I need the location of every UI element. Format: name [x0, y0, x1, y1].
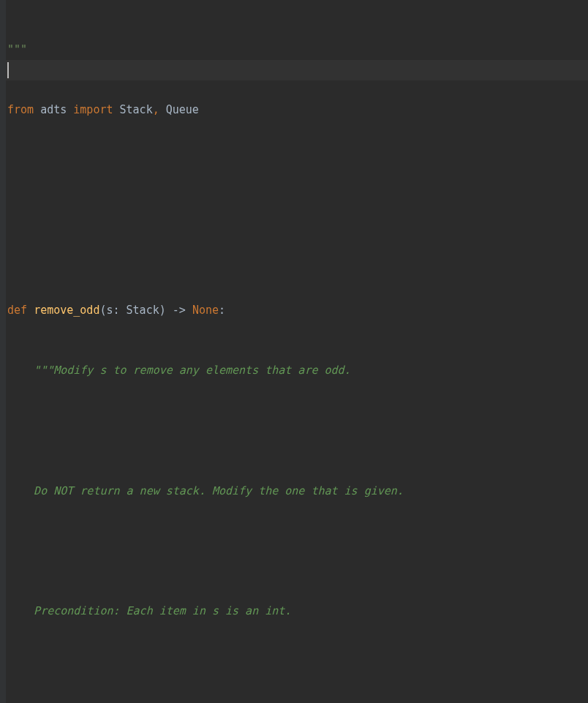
code-line-blank[interactable]	[7, 541, 588, 561]
docstring: Do NOT return a new stack. Modify the on…	[7, 481, 404, 501]
code-line-blank[interactable]	[7, 421, 588, 440]
space	[27, 301, 34, 320]
docstring: Precondition: Each item in s is an int.	[7, 601, 291, 621]
none-type: None	[192, 301, 219, 320]
code-line-blank[interactable]	[7, 661, 588, 681]
comma: ,	[153, 100, 159, 120]
text-cursor	[7, 62, 9, 78]
colon: :	[219, 301, 225, 320]
docstring-close: """	[7, 40, 27, 60]
keyword-import: import	[73, 100, 113, 120]
code-line[interactable]: """Modify s to remove any elements that …	[7, 361, 588, 380]
code-line[interactable]: def remove_odd(s: Stack) -> None:	[7, 301, 588, 320]
import-name: Queue	[159, 100, 199, 120]
arrow: ) ->	[159, 301, 192, 320]
code-line[interactable]: """	[7, 40, 588, 60]
code-editor[interactable]: """ from adts import Stack, Queue def re…	[0, 0, 588, 703]
function-name: remove_odd	[34, 301, 99, 320]
docstring: """Modify s to remove any elements that …	[7, 361, 351, 380]
module-name: adts	[34, 100, 73, 120]
code-line-blank[interactable]	[7, 241, 588, 260]
code-line[interactable]: Do NOT return a new stack. Modify the on…	[7, 481, 588, 501]
current-line[interactable]	[6, 60, 588, 80]
import-name: Stack	[113, 100, 153, 120]
parameter: s: Stack	[106, 301, 159, 320]
code-line[interactable]: from adts import Stack, Queue	[7, 100, 588, 120]
code-line[interactable]: Precondition: Each item in s is an int.	[7, 601, 588, 621]
keyword-def: def	[7, 301, 27, 320]
keyword-from: from	[7, 100, 34, 120]
paren-open: (	[99, 301, 106, 320]
code-line-blank[interactable]	[7, 160, 588, 180]
